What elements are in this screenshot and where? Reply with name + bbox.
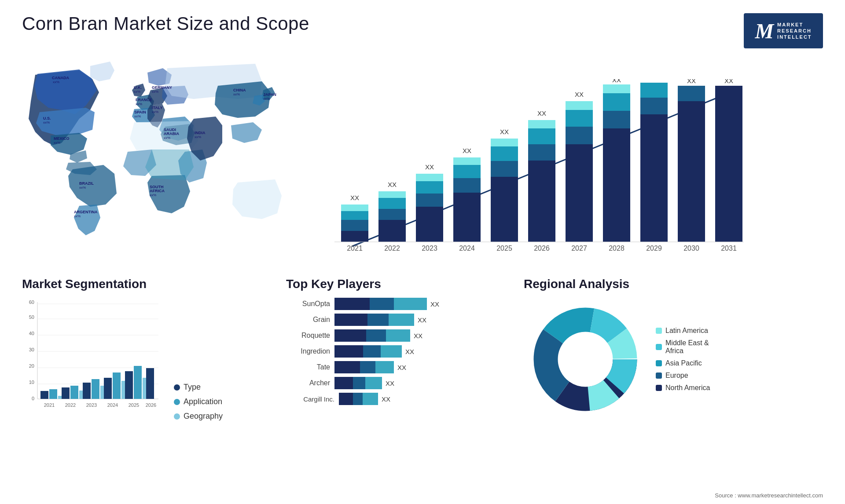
svg-rect-72 — [603, 84, 630, 93]
svg-text:xx%: xx% — [263, 97, 270, 101]
page-container: Corn Bran Market Size and Scope M MARKET… — [0, 0, 845, 504]
svg-rect-119 — [104, 378, 112, 399]
player-row: Roquette XX — [286, 329, 515, 342]
svg-text:2026: 2026 — [534, 245, 550, 252]
svg-text:BRAZIL: BRAZIL — [79, 181, 94, 186]
svg-text:XX: XX — [575, 91, 584, 98]
svg-text:2022: 2022 — [384, 245, 400, 252]
seg-chart-area: 0 10 20 30 40 50 60 — [22, 298, 277, 421]
player-bar-2 — [367, 314, 389, 326]
svg-text:2024: 2024 — [107, 402, 118, 408]
svg-rect-78 — [678, 101, 705, 242]
player-bar-3 — [386, 329, 410, 342]
svg-text:MEXICO: MEXICO — [54, 136, 70, 141]
svg-rect-62 — [528, 120, 555, 128]
player-bar-2 — [353, 377, 365, 389]
svg-text:2021: 2021 — [44, 402, 55, 408]
svg-text:U.K.: U.K. — [134, 85, 142, 90]
reg-legend-na: North America — [656, 384, 710, 392]
svg-rect-66 — [566, 110, 593, 127]
svg-rect-40 — [378, 209, 406, 220]
svg-text:xx%: xx% — [152, 110, 158, 114]
world-map-svg: CANADA xx% U.S. xx% MEXICO xx% BRAZIL xx… — [22, 57, 295, 264]
players-section: Top Key Players SunOpta XX — [286, 277, 515, 421]
svg-text:10: 10 — [29, 380, 34, 385]
svg-text:50: 50 — [29, 314, 34, 320]
svg-rect-59 — [528, 161, 555, 242]
svg-text:xx%: xx% — [233, 92, 240, 96]
player-row: Cargill Inc. XX — [286, 393, 515, 405]
legend-type-dot — [174, 384, 180, 391]
bar-chart-svg: XX XX XX — [317, 79, 744, 268]
player-bar-1 — [334, 314, 367, 326]
player-bar-1 — [334, 361, 360, 373]
regional-title: Regional Analysis — [524, 277, 823, 291]
svg-text:xx%: xx% — [150, 193, 156, 197]
legend-type-label: Type — [184, 383, 201, 392]
player-bar-2 — [366, 329, 386, 342]
main-content: CANADA xx% U.S. xx% MEXICO xx% BRAZIL xx… — [22, 57, 823, 421]
player-bar-2 — [370, 298, 394, 310]
svg-text:0: 0 — [32, 396, 34, 401]
reg-dot-latin — [656, 328, 662, 334]
svg-text:ARABIA: ARABIA — [164, 131, 179, 136]
svg-text:2024: 2024 — [459, 245, 475, 252]
segmentation-title: Market Segmentation — [22, 277, 277, 291]
svg-rect-54 — [491, 177, 518, 242]
reg-label-na: North America — [665, 384, 710, 392]
svg-rect-116 — [83, 383, 91, 399]
svg-text:AFRICA: AFRICA — [150, 189, 165, 193]
svg-rect-74 — [640, 114, 668, 242]
svg-rect-52 — [453, 157, 481, 165]
svg-rect-69 — [603, 128, 630, 242]
map-section: CANADA xx% U.S. xx% MEXICO xx% BRAZIL xx… — [22, 57, 295, 268]
reg-label-apac: Asia Pacific — [665, 359, 702, 367]
svg-text:CANADA: CANADA — [52, 76, 69, 80]
seg-legend: Type Application Geography — [174, 383, 223, 421]
svg-text:GERMANY: GERMANY — [152, 85, 172, 90]
svg-text:FRANCE: FRANCE — [136, 98, 152, 102]
bottom-sections: Market Segmentation 0 10 20 30 40 50 60 — [22, 277, 823, 421]
player-bar-container: XX — [334, 314, 426, 326]
svg-rect-114 — [70, 386, 78, 399]
player-row: Archer XX — [286, 377, 515, 389]
reg-label-mea: Middle East &Africa — [665, 339, 709, 355]
svg-rect-47 — [416, 174, 443, 181]
svg-text:xx%: xx% — [134, 114, 141, 118]
logo-box: M MARKET RESEARCH INTELLECT — [744, 13, 823, 48]
legend-application: Application — [174, 397, 223, 406]
regional-content: Latin America Middle East &Africa Asia P… — [524, 298, 823, 421]
player-name: Archer — [286, 379, 330, 387]
player-bar-1 — [334, 377, 353, 389]
svg-text:SPAIN: SPAIN — [134, 110, 146, 114]
svg-text:XX: XX — [724, 79, 733, 84]
svg-text:XX: XX — [388, 181, 397, 188]
svg-rect-113 — [62, 387, 70, 399]
player-bar-2 — [353, 393, 363, 405]
legend-geo-dot — [174, 413, 180, 420]
legend-geography: Geography — [174, 412, 223, 421]
svg-text:XX: XX — [612, 79, 621, 84]
player-bar-3 — [394, 298, 427, 310]
player-name: Tate — [286, 363, 330, 371]
svg-rect-111 — [49, 389, 57, 399]
svg-text:2023: 2023 — [86, 402, 97, 408]
svg-text:XX: XX — [537, 110, 546, 117]
donut-chart — [524, 298, 647, 421]
player-bar-1 — [334, 345, 363, 358]
legend-type: Type — [174, 383, 223, 392]
player-bar-3 — [381, 345, 402, 358]
player-row: Grain XX — [286, 314, 515, 326]
player-xx: XX — [418, 316, 426, 324]
player-name: Grain — [286, 316, 330, 324]
svg-text:xx%: xx% — [54, 141, 60, 145]
bar-chart-container: XX XX XX — [317, 79, 823, 264]
seg-chart-svg: 0 10 20 30 40 50 60 — [22, 298, 163, 421]
svg-text:xx%: xx% — [195, 135, 201, 139]
svg-text:JAPAN: JAPAN — [263, 92, 276, 97]
reg-legend-mea: Middle East &Africa — [656, 339, 710, 355]
legend-app-dot — [174, 399, 180, 405]
reg-dot-apac — [656, 360, 662, 366]
svg-rect-64 — [566, 144, 593, 242]
svg-text:XX: XX — [687, 79, 696, 84]
